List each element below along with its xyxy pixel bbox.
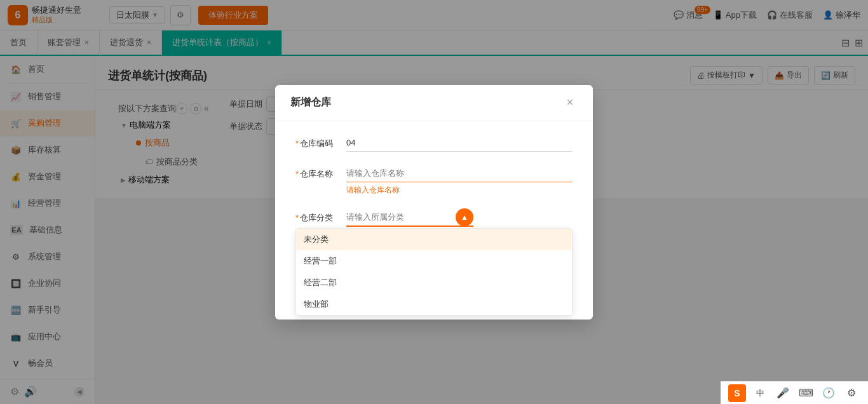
settings-tray-icon[interactable]: ⚙ bbox=[843, 384, 860, 402]
code-input[interactable] bbox=[346, 134, 573, 152]
clock-icon[interactable]: 🕐 bbox=[820, 384, 837, 402]
dropdown-item-ops1[interactable]: 经营一部 bbox=[296, 250, 572, 272]
modal-overlay[interactable]: 新增仓库 × 仓库编码 仓库名称 请输入仓库名称 bbox=[0, 0, 868, 404]
name-field: 请输入仓库名称 bbox=[346, 165, 573, 196]
dialog-close-button[interactable]: × bbox=[562, 95, 578, 111]
keyboard-icon[interactable]: ⌨ bbox=[797, 384, 815, 402]
category-label: 仓库分类 bbox=[295, 208, 346, 224]
category-field: ▲ 未分类 经营一部 经营二部 物业部 bbox=[346, 208, 473, 227]
code-label: 仓库编码 bbox=[295, 134, 346, 149]
category-dropdown: 未分类 经营一部 经营二部 物业部 bbox=[295, 228, 573, 316]
name-label: 仓库名称 bbox=[295, 165, 346, 180]
dialog-header: 新增仓库 × bbox=[275, 85, 593, 121]
dropdown-item-ops2[interactable]: 经营二部 bbox=[296, 272, 572, 293]
category-row-inner: 仓库分类 ▲ 未分类 经营一部 经营二部 物业部 bbox=[295, 208, 473, 227]
form-row-code: 仓库编码 bbox=[295, 134, 573, 152]
dropdown-item-property[interactable]: 物业部 bbox=[296, 293, 572, 315]
form-row-category: 仓库分类 ▲ 未分类 经营一部 经营二部 物业部 bbox=[295, 208, 573, 227]
name-input[interactable] bbox=[346, 165, 573, 182]
mic-icon[interactable]: 🎤 bbox=[774, 384, 792, 402]
category-input-wrapper: ▲ bbox=[346, 208, 473, 227]
dialog-title: 新增仓库 bbox=[290, 96, 331, 109]
code-field bbox=[346, 134, 573, 152]
s-logo-icon: S bbox=[728, 384, 746, 402]
new-warehouse-dialog: 新增仓库 × 仓库编码 仓库名称 请输入仓库名称 bbox=[275, 85, 593, 320]
name-error-message: 请输入仓库名称 bbox=[346, 185, 573, 196]
form-row-name: 仓库名称 请输入仓库名称 bbox=[295, 165, 573, 196]
bottom-bar: S 中 🎤 ⌨ 🕐 ⚙ bbox=[721, 381, 868, 404]
category-toggle-button[interactable]: ▲ bbox=[456, 208, 473, 226]
zh-label: 中 bbox=[751, 384, 769, 402]
dialog-body: 仓库编码 仓库名称 请输入仓库名称 仓库分类 bbox=[275, 121, 593, 283]
category-input[interactable] bbox=[346, 208, 473, 227]
dropdown-item-uncategorized[interactable]: 未分类 bbox=[296, 229, 572, 250]
